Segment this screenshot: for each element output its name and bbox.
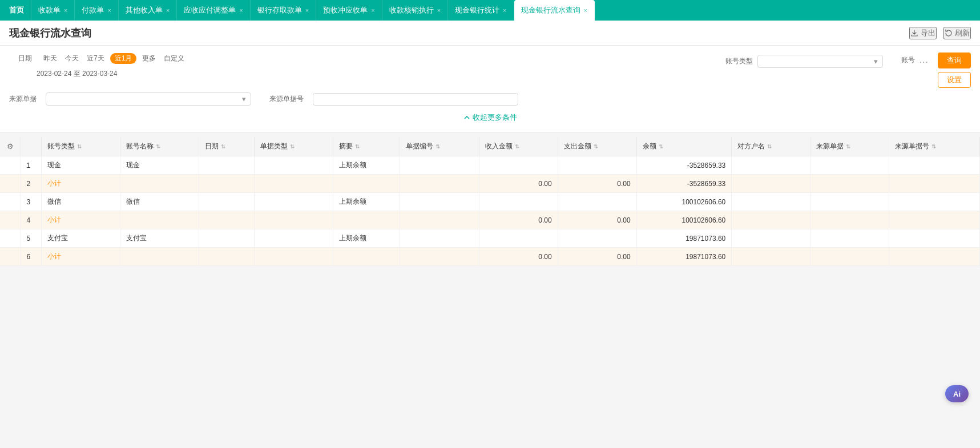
source-doc-select[interactable]: ▾ bbox=[46, 92, 251, 106]
close-icon-0[interactable]: × bbox=[64, 7, 67, 14]
table-cell bbox=[558, 193, 636, 211]
th-idx bbox=[21, 137, 41, 156]
table-container: ⚙ 账号类型⇅ 账号名称⇅ 日期⇅ 单据类型⇅ 摘要⇅ 单据编号⇅ 收入金额⇅ … bbox=[0, 137, 980, 266]
refresh-button[interactable]: 刷新 bbox=[943, 27, 971, 39]
filter-row-date: 日期 昨天 今天 近7天 近1月 更多 自定义 bbox=[9, 53, 716, 64]
table-cell bbox=[400, 193, 479, 211]
nav-tab-2[interactable]: 其他收入单 × bbox=[119, 0, 177, 21]
date-opt-yesterday[interactable]: 昨天 bbox=[41, 53, 59, 64]
table-cell: 微信 bbox=[120, 193, 199, 211]
table-cell: 2 bbox=[21, 175, 41, 193]
sort-icon-account-type: ⇅ bbox=[77, 143, 82, 150]
account-dots[interactable]: ... bbox=[919, 55, 929, 65]
nav-tab-label-8: 现金银行流水查询 bbox=[521, 5, 580, 15]
close-icon-6[interactable]: × bbox=[437, 7, 441, 14]
table-row: 3微信微信上期余额100102606.60 bbox=[0, 193, 980, 211]
date-opt-custom[interactable]: 自定义 bbox=[162, 53, 187, 64]
table-cell bbox=[810, 175, 889, 193]
nav-tab-label-7: 现金银行统计 bbox=[455, 5, 499, 15]
table-cell bbox=[254, 175, 333, 193]
th-account-type[interactable]: 账号类型⇅ bbox=[41, 137, 120, 156]
date-opt-7days[interactable]: 近7天 bbox=[84, 53, 107, 64]
export-button[interactable]: 导出 bbox=[909, 27, 937, 39]
nav-tab-home[interactable]: 首页 bbox=[2, 0, 31, 21]
source-doc-label: 来源单据 bbox=[9, 94, 37, 104]
th-counterpart[interactable]: 对方户名⇅ bbox=[732, 137, 810, 156]
query-button[interactable]: 查询 bbox=[938, 53, 971, 68]
th-summary[interactable]: 摘要⇅ bbox=[333, 137, 400, 156]
table-cell bbox=[810, 248, 889, 266]
date-opt-today[interactable]: 今天 bbox=[63, 53, 81, 64]
table-cell: 6 bbox=[21, 248, 41, 266]
th-doc-no[interactable]: 单据编号⇅ bbox=[400, 137, 479, 156]
close-icon-1[interactable]: × bbox=[107, 7, 111, 14]
th-date[interactable]: 日期⇅ bbox=[199, 137, 254, 156]
nav-tab-label-4: 银行存取款单 bbox=[257, 5, 302, 15]
table-cell bbox=[732, 248, 810, 266]
table-cell: 0.00 bbox=[479, 248, 558, 266]
date-opt-more[interactable]: 更多 bbox=[140, 53, 158, 64]
th-source-doc-no[interactable]: 来源单据号⇅ bbox=[889, 137, 980, 156]
sort-icon-balance: ⇅ bbox=[659, 143, 663, 150]
table-cell: 微信 bbox=[41, 193, 120, 211]
collapse-bar[interactable]: 收起更多条件 bbox=[9, 110, 971, 125]
account-type-select[interactable]: ▾ bbox=[757, 55, 883, 68]
nav-tab-6[interactable]: 收款核销执行 × bbox=[382, 0, 448, 21]
th-expense[interactable]: 支出金额⇅ bbox=[558, 137, 636, 156]
table-cell bbox=[0, 193, 21, 211]
top-nav: 首页 收款单 × 付款单 × 其他收入单 × 应收应付调整单 × 银行存取款单 … bbox=[0, 0, 980, 21]
sort-icon-expense: ⇅ bbox=[594, 143, 598, 150]
sort-icon-doc-type: ⇅ bbox=[290, 143, 295, 150]
th-account-name[interactable]: 账号名称⇅ bbox=[120, 137, 199, 156]
table-cell: 现金 bbox=[120, 156, 199, 175]
table-cell bbox=[400, 156, 479, 175]
table-cell bbox=[400, 211, 479, 229]
table-cell bbox=[0, 156, 21, 175]
close-icon-4[interactable]: × bbox=[305, 7, 309, 14]
table-cell bbox=[199, 175, 254, 193]
nav-tab-label-3: 应收应付调整单 bbox=[184, 5, 236, 15]
th-income[interactable]: 收入金额⇅ bbox=[479, 137, 558, 156]
action-buttons: 查询 设置 bbox=[938, 53, 971, 88]
nav-tab-3[interactable]: 应收应付调整单 × bbox=[177, 0, 250, 21]
table-row: 2小计0.000.00-3528659.33 bbox=[0, 175, 980, 193]
table-cell bbox=[0, 248, 21, 266]
table-row: 6小计0.000.0019871073.60 bbox=[0, 248, 980, 266]
nav-tab-8[interactable]: 现金银行流水查询 × bbox=[514, 0, 595, 21]
table-cell: 1 bbox=[21, 156, 41, 175]
page-title: 现金银行流水查询 bbox=[9, 26, 91, 40]
source-doc-arrow-icon: ▾ bbox=[242, 95, 246, 103]
data-table: ⚙ 账号类型⇅ 账号名称⇅ 日期⇅ 单据类型⇅ 摘要⇅ 单据编号⇅ 收入金额⇅ … bbox=[0, 137, 980, 266]
close-icon-2[interactable]: × bbox=[166, 7, 170, 14]
th-doc-type[interactable]: 单据类型⇅ bbox=[254, 137, 333, 156]
nav-tab-0[interactable]: 收款单 × bbox=[31, 0, 75, 21]
nav-tab-4[interactable]: 银行存取款单 × bbox=[251, 0, 316, 21]
table-cell: 0.00 bbox=[558, 211, 636, 229]
table-cell: 上期余额 bbox=[333, 156, 400, 175]
th-source-doc[interactable]: 来源单据⇅ bbox=[810, 137, 889, 156]
table-cell bbox=[732, 229, 810, 248]
close-icon-5[interactable]: × bbox=[371, 7, 374, 14]
table-cell bbox=[254, 193, 333, 211]
source-doc-no-input[interactable] bbox=[313, 93, 518, 106]
close-icon-3[interactable]: × bbox=[239, 7, 243, 14]
account-label: 账号 bbox=[892, 55, 915, 65]
header-actions: 导出 刷新 bbox=[909, 27, 971, 39]
gear-icon[interactable]: ⚙ bbox=[7, 142, 14, 151]
nav-tab-7[interactable]: 现金银行统计 × bbox=[448, 0, 514, 21]
close-icon-8[interactable]: × bbox=[584, 7, 587, 14]
table-cell bbox=[732, 156, 810, 175]
nav-tab-1[interactable]: 付款单 × bbox=[75, 0, 118, 21]
close-icon-7[interactable]: × bbox=[503, 7, 506, 14]
sort-icon-counterpart: ⇅ bbox=[767, 143, 772, 150]
th-gear[interactable]: ⚙ bbox=[0, 137, 21, 156]
table-cell: 小计 bbox=[41, 175, 120, 193]
settings-button[interactable]: 设置 bbox=[938, 72, 971, 88]
table-cell: 上期余额 bbox=[333, 229, 400, 248]
table-cell bbox=[810, 211, 889, 229]
nav-tab-5[interactable]: 预收冲应收单 × bbox=[316, 0, 382, 21]
date-opt-1month[interactable]: 近1月 bbox=[110, 53, 137, 64]
th-balance[interactable]: 余额⇅ bbox=[636, 137, 732, 156]
filter-area: 日期 昨天 今天 近7天 近1月 更多 自定义 2023-02-24 至 202… bbox=[0, 46, 980, 132]
nav-tab-label-0: 收款单 bbox=[38, 5, 61, 15]
